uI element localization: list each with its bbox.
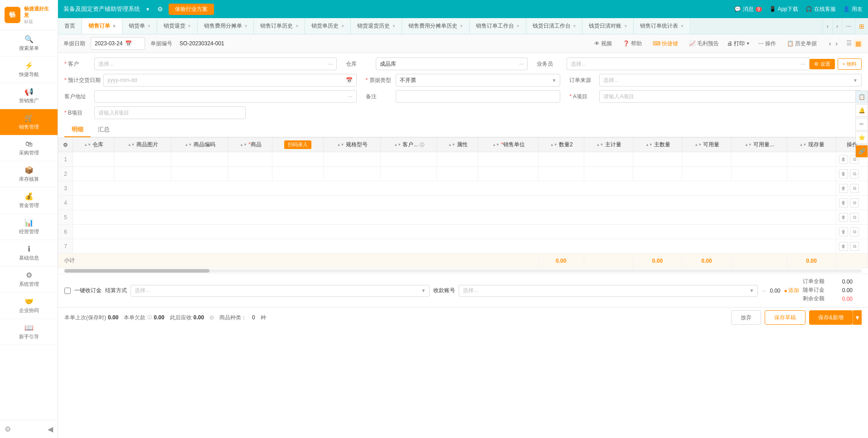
cell-available2[interactable] [731, 167, 787, 181]
tab-close-icon[interactable]: × [624, 24, 627, 29]
cell-code[interactable] [171, 167, 228, 181]
sidebar-item-inventory[interactable]: 📦 库存核算 [0, 161, 58, 188]
cell-image[interactable] [114, 167, 171, 181]
tab-detail[interactable]: 明细 [64, 123, 91, 137]
b-project-input[interactable]: 请输入B项目 [94, 106, 246, 119]
cell-available[interactable] [682, 167, 731, 181]
payment-dots-icon[interactable]: ··· [761, 288, 766, 294]
cell-scan[interactable] [272, 167, 323, 181]
tab-expand-button[interactable]: ⊞ [855, 18, 868, 34]
help-button[interactable]: ❓ 帮助 [620, 39, 645, 48]
sidebar-item-operations[interactable]: 📊 经营管理 [0, 214, 58, 240]
tab-sales-return[interactable]: 销货退货 × [157, 18, 198, 34]
cell-main-qty[interactable] [633, 152, 682, 167]
tab-order-workbench[interactable]: 销售订单工作台 × [470, 18, 526, 34]
sidebar-item-quick[interactable]: ⚡ 快捷导航 [0, 57, 58, 83]
history-button[interactable]: 📋 历史单据 [784, 39, 820, 48]
tab-close-icon[interactable]: × [460, 24, 463, 29]
cell-main-unit[interactable] [584, 152, 633, 167]
tab-close-icon[interactable]: × [296, 24, 298, 29]
tab-more-button[interactable]: ⋯ [842, 18, 855, 34]
sidebar-item-guide[interactable]: 📖 新手引导 [0, 319, 58, 345]
salesperson-input[interactable]: 选择... ··· [567, 58, 809, 70]
settings-button[interactable]: ⚙ 设置 [810, 59, 835, 69]
print-button[interactable]: 🖨 打印 ▼ [727, 40, 750, 48]
address-input[interactable]: ··· [94, 90, 357, 103]
tab-daily-workbench[interactable]: 钱货日清工作台 × [526, 18, 583, 34]
cell-warehouse[interactable] [73, 167, 114, 181]
settings-icon[interactable]: ⚙ [5, 425, 11, 433]
rfb-5[interactable]: 🔗 [855, 145, 868, 158]
tab-close-icon[interactable]: × [245, 24, 247, 29]
cell-customer-code[interactable] [380, 167, 437, 181]
delete-row-button[interactable]: 🗑 [839, 155, 848, 164]
cell-main-unit[interactable] [584, 167, 633, 181]
product-count-icon[interactable]: ⊙ [209, 314, 214, 321]
info-icon[interactable]: ⓘ [147, 314, 152, 321]
delete-row-button[interactable]: 🗑 [839, 242, 848, 251]
order-source-select[interactable]: 选择... ▼ [599, 74, 862, 87]
horizontal-scrollbar[interactable] [64, 269, 862, 273]
sidebar-item-basic[interactable]: ℹ 基础信息 [0, 240, 58, 266]
add-payment-button[interactable]: ● 添加 [784, 287, 799, 294]
cell-attr[interactable] [437, 152, 478, 167]
tab-next-button[interactable]: › [832, 18, 842, 34]
collapse-icon[interactable]: ◀ [48, 425, 53, 433]
sidebar-item-sales[interactable]: 🛒 销售管理 [0, 109, 58, 135]
list-view-icon[interactable]: ☰ [846, 39, 852, 48]
settings-gear-icon[interactable]: ⚙ [157, 5, 163, 13]
invoice-type-select[interactable]: 不开票 ▼ [396, 74, 561, 87]
save-new-dropdown-button[interactable]: ▼ [853, 310, 862, 325]
tab-return-history[interactable]: 销货退货历史 × [351, 18, 402, 34]
cell-current-stock[interactable] [787, 152, 836, 167]
scan-entry-button[interactable]: 扫码录入 [284, 140, 311, 149]
cell-available2[interactable] [731, 152, 787, 167]
rfb-1[interactable]: 📋 [855, 91, 868, 103]
tab-home[interactable]: 首页 [58, 18, 82, 34]
tab-daily-reconcile[interactable]: 钱货日清对账 × [582, 18, 634, 34]
tab-summary[interactable]: 汇总 [91, 123, 117, 137]
delete-row-button[interactable]: 🗑 [839, 169, 848, 178]
copy-row-button[interactable]: ⧉ [850, 198, 859, 207]
nav-left-icon[interactable]: ‹ [828, 40, 833, 47]
cell-product[interactable] [228, 167, 272, 181]
user-item[interactable]: 👤 用友 [843, 5, 863, 13]
cell-available[interactable] [682, 152, 731, 167]
tab-sales-order[interactable]: 销售订单 × [82, 18, 122, 34]
sidebar-item-marketing[interactable]: 📢 营销推广 [0, 83, 58, 109]
delete-row-button[interactable]: 🗑 [839, 227, 848, 236]
rfb-2[interactable]: 🔔 [855, 104, 868, 117]
tab-sales-fee-split[interactable]: 销售费用分摊单 × [198, 18, 254, 34]
tab-close-icon[interactable]: × [393, 24, 395, 29]
cell-attr[interactable] [437, 167, 478, 181]
nav-right-icon[interactable]: › [834, 40, 839, 47]
rfb-3[interactable]: ✏ [855, 118, 868, 130]
sidebar-item-search[interactable]: 🔍 搜索菜单 [0, 30, 58, 57]
one-click-payment-checkbox[interactable] [64, 288, 71, 294]
scrollbar-thumb[interactable] [64, 269, 209, 273]
rfb-4[interactable]: ⭐ [855, 131, 868, 144]
customer-input[interactable]: 选择... ··· [94, 58, 337, 70]
message-item[interactable]: 💬 消息 9 [734, 5, 762, 13]
copy-row-button[interactable]: ⧉ [850, 169, 859, 178]
tab-fee-history[interactable]: 销售费用分摊单历史 × [402, 18, 470, 34]
delete-row-button[interactable]: 🗑 [839, 184, 848, 193]
cell-current-stock[interactable] [787, 167, 836, 181]
ops-button[interactable]: ⋯ 操作 [756, 39, 779, 48]
app-download-item[interactable]: 📱 App下载 [769, 5, 798, 13]
tab-sales-stats[interactable]: 销售订单统计表 × [634, 18, 690, 34]
view-button[interactable]: 👁 视频 [592, 39, 615, 48]
col-settings[interactable]: ⚙ [58, 138, 73, 152]
notes-input[interactable] [396, 90, 561, 103]
cell-customer-code[interactable] [380, 152, 437, 167]
copy-row-button[interactable]: ⧉ [850, 213, 859, 222]
sidebar-item-system[interactable]: ⚙ 系统管理 [0, 266, 58, 293]
tab-sales-order-history[interactable]: 销售订单历史 × [254, 18, 305, 34]
payment-method-select[interactable]: 选择... ▼ [131, 285, 430, 297]
tab-close-icon[interactable]: × [113, 24, 116, 29]
online-support-item[interactable]: 🎧 在线客服 [805, 5, 836, 13]
shortcut-button[interactable]: ⌨ 快捷键 [650, 39, 681, 48]
tab-close-icon[interactable]: × [573, 24, 576, 29]
cell-image[interactable] [114, 152, 171, 167]
delete-row-button[interactable]: 🗑 [839, 198, 848, 207]
